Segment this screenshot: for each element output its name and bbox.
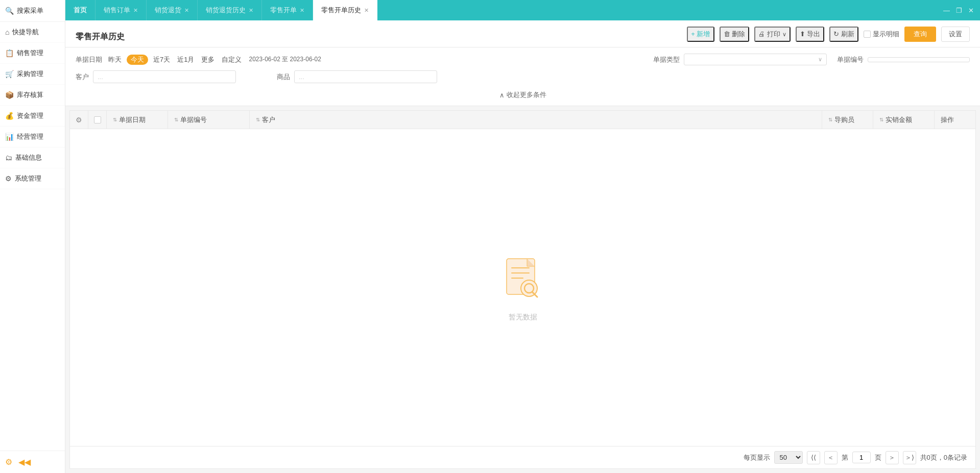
sidebar-item-quick-nav[interactable]: ⌂ 快捷导航 — [0, 22, 65, 43]
sort-icon4[interactable]: ⇅ — [828, 117, 832, 122]
purchase-icon: 🛒 — [5, 70, 14, 78]
page-word: 第 — [842, 453, 848, 462]
sidebar-bottom: ⚙ ◀◀ — [0, 451, 65, 473]
next-page-button[interactable]: ＞ — [886, 451, 899, 464]
query-button[interactable]: 查询 — [904, 27, 936, 42]
toolbar: + 新增 🗑 删除 🖨 打印 ∨ ⬆ 导出 ↻ 刷新 显示明细 查询 设置 — [687, 27, 970, 47]
add-button[interactable]: + 新增 — [687, 27, 714, 42]
display-detail-check[interactable] — [864, 31, 871, 38]
page-number-input[interactable] — [852, 452, 871, 463]
custom-shortcut[interactable]: 自定义 — [220, 55, 244, 65]
col-order-no-label: 单据编号 — [180, 115, 207, 125]
sidebar-item-sales-mgmt[interactable]: 📋 销售管理 — [0, 43, 65, 64]
tab-retail-open-close[interactable]: ✕ — [300, 7, 304, 14]
date-filter-label: 单据日期 — [76, 55, 102, 64]
tab-retail-history[interactable]: 零售开单历史 ✕ — [313, 0, 377, 20]
order-no-input[interactable] — [868, 57, 970, 62]
table-header: ⚙ ⇅ 单据日期 ⇅ 单据编号 ⇅ 客户 ⇅ — [70, 111, 975, 129]
sort-icon2[interactable]: ⇅ — [174, 117, 178, 122]
basic-info-icon: 🗂 — [5, 154, 12, 162]
col-amount: ⇅ 实销金额 — [873, 111, 935, 129]
collapse-conditions[interactable]: ∧ 收起更多条件 — [76, 88, 970, 99]
settings-gear-icon[interactable]: ⚙ — [5, 457, 12, 467]
prev-page-button[interactable]: ＜ — [824, 451, 838, 464]
col-amount-label: 实销金额 — [886, 115, 912, 125]
tab-retail-open[interactable]: 零售开单 ✕ — [262, 0, 313, 20]
tab-retail-open-label: 零售开单 — [270, 6, 297, 15]
col-order-no: ⇅ 单据编号 — [168, 111, 250, 129]
product-input[interactable]: ... — [294, 70, 437, 83]
today-shortcut[interactable]: 今天 — [127, 55, 148, 65]
tab-sales-return[interactable]: 销货退货 ✕ — [147, 0, 198, 20]
col-checkbox[interactable] — [88, 111, 107, 129]
sidebar-item-purchase-mgmt[interactable]: 🛒 采购管理 — [0, 64, 65, 85]
print-dropdown-icon[interactable]: ∨ — [782, 31, 786, 38]
sidebar-search-label: 搜索采单 — [17, 6, 43, 15]
col-guide-label: 导购员 — [834, 115, 854, 125]
top-nav: 首页 销售订单 ✕ 销货退货 ✕ 销货退货历史 ✕ 零售开单 ✕ 零售开单历史 … — [65, 0, 980, 20]
close-button[interactable]: ✕ — [968, 7, 974, 14]
tab-sales-return-history-close[interactable]: ✕ — [249, 7, 253, 14]
print-button[interactable]: 🖨 打印 ∨ — [754, 27, 791, 42]
last-page-button[interactable]: ＞⟩ — [903, 451, 916, 464]
col-customer: ⇅ 客户 — [250, 111, 822, 129]
sidebar-item-label: 快捷导航 — [12, 28, 39, 37]
sort-icon3[interactable]: ⇅ — [256, 117, 260, 122]
tab-home[interactable]: 首页 — [65, 0, 95, 20]
more-shortcut[interactable]: 更多 — [199, 55, 217, 65]
empty-icon — [497, 254, 548, 305]
finance-icon: 💰 — [5, 112, 14, 120]
restore-button[interactable]: ❐ — [956, 7, 962, 14]
product-filter: 商品 ... — [277, 70, 437, 83]
col-setting[interactable]: ⚙ — [70, 111, 88, 129]
header-checkbox[interactable] — [94, 116, 101, 123]
delete-button[interactable]: 🗑 删除 — [720, 27, 750, 42]
search-icon: 🔍 — [5, 7, 14, 15]
print-label: 🖨 打印 — [758, 30, 780, 39]
tab-sales-return-history[interactable]: 销货退货历史 ✕ — [198, 0, 262, 20]
col-action-label: 操作 — [941, 115, 954, 125]
empty-text: 暂无数据 — [509, 313, 537, 322]
page-title: 零售开单历史 — [76, 32, 125, 42]
page-header: 零售开单历史 + 新增 🗑 删除 🖨 打印 ∨ ⬆ 导出 ↻ 刷新 显示明细 查… — [65, 20, 980, 47]
sidebar-item-system[interactable]: ⚙ 系统管理 — [0, 168, 65, 189]
sort-icon5[interactable]: ⇅ — [879, 117, 883, 122]
tab-sales-return-close[interactable]: ✕ — [184, 7, 189, 14]
yesterday-shortcut[interactable]: 昨天 — [106, 55, 124, 65]
sidebar-item-label: 销售管理 — [17, 48, 43, 58]
first-page-button[interactable]: ⟨⟨ — [807, 451, 820, 464]
tab-retail-history-close[interactable]: ✕ — [364, 7, 369, 14]
sidebar: 🔍 搜索采单 ⌂ 快捷导航 📋 销售管理 🛒 采购管理 📦 库存核算 💰 资金管… — [0, 0, 65, 473]
setting-button[interactable]: 设置 — [941, 27, 970, 42]
refresh-button[interactable]: ↻ 刷新 — [829, 27, 858, 42]
last-month-shortcut[interactable]: 近1月 — [175, 55, 196, 65]
minimize-button[interactable]: — — [943, 7, 950, 14]
page-size-select[interactable]: 50 10 20 100 — [774, 451, 803, 464]
sidebar-collapse-icon[interactable]: ◀◀ — [18, 457, 31, 467]
sidebar-search[interactable]: 🔍 搜索采单 — [0, 0, 65, 22]
settings-icon: ⚙ — [76, 116, 82, 124]
content-area: 零售开单历史 + 新增 🗑 删除 🖨 打印 ∨ ⬆ 导出 ↻ 刷新 显示明细 查… — [65, 20, 980, 473]
date-range-display: 2023-06-02 至 2023-06-02 — [249, 55, 321, 64]
collapse-label: 收起更多条件 — [507, 90, 546, 99]
col-action: 操作 — [935, 111, 975, 129]
order-no-filter: 单据编号 — [837, 55, 970, 64]
sidebar-item-label: 基础信息 — [15, 153, 42, 162]
customer-input[interactable]: ... — [93, 70, 236, 83]
sidebar-item-finance[interactable]: 💰 资金管理 — [0, 106, 65, 127]
filter-row-2: 客户 ... 商品 ... — [76, 70, 970, 83]
order-type-select[interactable]: ∨ — [684, 54, 827, 65]
tab-sales-order-close[interactable]: ✕ — [133, 7, 138, 14]
product-placeholder: ... — [299, 73, 304, 81]
display-detail-checkbox[interactable]: 显示明细 — [864, 30, 899, 39]
order-type-filter: 单据类型 ∨ — [653, 54, 827, 65]
tab-sales-return-history-label: 销货退货历史 — [206, 6, 246, 15]
sort-icon[interactable]: ⇅ — [113, 117, 117, 122]
product-label: 商品 — [277, 72, 290, 82]
sidebar-item-basic-info[interactable]: 🗂 基础信息 — [0, 147, 65, 168]
sidebar-item-operations[interactable]: 📊 经营管理 — [0, 127, 65, 147]
export-button[interactable]: ⬆ 导出 — [796, 27, 825, 42]
sidebar-item-inventory[interactable]: 📦 库存核算 — [0, 85, 65, 106]
tab-sales-order[interactable]: 销售订单 ✕ — [95, 0, 147, 20]
last7-shortcut[interactable]: 近7天 — [151, 55, 172, 65]
